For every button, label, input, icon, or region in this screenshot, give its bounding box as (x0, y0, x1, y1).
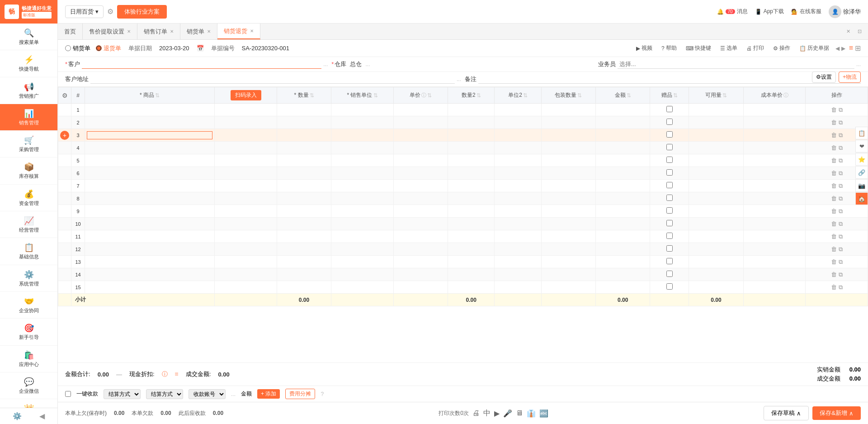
prev-record-icon[interactable]: ◀ (835, 45, 840, 52)
fee-help-icon[interactable]: ? (321, 391, 324, 397)
copy-row-13-icon[interactable]: ⧉ (839, 258, 843, 266)
next-record-icon[interactable]: ▶ (841, 45, 845, 52)
gift-checkbox-12[interactable] (666, 245, 673, 252)
tool-icon-3[interactable]: ▶ (494, 409, 500, 418)
delete-row-1-icon[interactable]: 🗑 (831, 106, 837, 114)
copy-row-8-icon[interactable]: ⧉ (839, 195, 843, 202)
fee-split-btn[interactable]: 费用分摊 (285, 389, 315, 399)
tab-close-sales-return[interactable]: ✕ (250, 29, 254, 33)
copy-row-7-icon[interactable]: ⧉ (839, 182, 843, 190)
list-view-icon[interactable]: ≡ (849, 44, 853, 52)
copy-row-4-icon[interactable]: ⧉ (839, 144, 843, 152)
tab-sales-order[interactable]: 销售订单 ✕ (137, 24, 180, 39)
scan-input-btn[interactable]: 扫码录入 (231, 90, 261, 100)
right-btn-1[interactable]: 📋 (855, 127, 868, 139)
gift-checkbox-6[interactable] (666, 169, 673, 176)
save-draft-btn[interactable]: 保存草稿 ∧ (764, 406, 809, 420)
gift-checkbox-8[interactable] (666, 195, 673, 201)
copy-row-11-icon[interactable]: ⧉ (839, 233, 843, 240)
gift-checkbox-10[interactable] (666, 220, 673, 226)
sidebar-item-appstore[interactable]: 🛍️ 应用中心 (0, 346, 57, 372)
notification-btn[interactable]: 🔔 70 消息 (717, 8, 748, 15)
copy-row-6-icon[interactable]: ⧉ (839, 170, 843, 177)
sort-amount-icon[interactable]: ⇅ (627, 92, 631, 99)
gift-checkbox-13[interactable] (666, 258, 673, 264)
operate-btn[interactable]: ⚙ 操作 (770, 43, 793, 53)
gift-checkbox-2[interactable] (666, 119, 673, 125)
gift-checkbox-7[interactable] (666, 182, 673, 188)
history-btn[interactable]: 📋 历史单据 (797, 43, 832, 53)
tip-costunit-icon[interactable]: ⓘ (783, 92, 788, 99)
settlement-method-select[interactable]: 结算方式 (104, 389, 141, 399)
salesperson-dots[interactable]: ... (856, 61, 861, 67)
account-dots[interactable]: ... (231, 391, 236, 397)
calendar-icon[interactable]: 📅 (197, 45, 204, 52)
tab-home[interactable]: 首页 (58, 24, 83, 39)
delete-row-9-icon[interactable]: 🗑 (831, 208, 837, 215)
sort-product-icon[interactable]: ⇅ (155, 92, 160, 99)
collapse-icon[interactable]: ◀ (39, 412, 45, 420)
settings-gear-icon[interactable]: ⚙ (107, 7, 113, 16)
gift-checkbox-5[interactable] (666, 157, 673, 163)
gift-checkbox-11[interactable] (666, 233, 673, 239)
delete-row-8-icon[interactable]: 🗑 (831, 195, 837, 202)
sort-quantity-icon[interactable]: ⇅ (310, 92, 314, 99)
tool-icon-2[interactable]: 中 (483, 409, 491, 418)
settings-bottom-icon[interactable]: ⚙️ (13, 412, 22, 420)
copy-row-15-icon[interactable]: ⧉ (839, 284, 843, 291)
delete-row-13-icon[interactable]: 🗑 (831, 258, 837, 266)
window-close-btn[interactable]: ✕ (844, 28, 853, 35)
right-btn-5[interactable]: 📷 (855, 179, 868, 192)
copy-row-9-icon[interactable]: ⧉ (839, 208, 843, 215)
video-btn[interactable]: ▶ 视频 (633, 43, 655, 53)
calculation-method-select[interactable]: 结算方式 (146, 389, 183, 399)
form-settings-btn[interactable]: ⚙设置 (812, 71, 836, 83)
right-btn-6[interactable]: 🏠 (855, 192, 868, 205)
product-input-3[interactable] (87, 131, 212, 139)
radio-delivery-input[interactable] (65, 45, 71, 51)
sort-unitprice-icon[interactable]: ⇅ (427, 92, 432, 99)
sidebar-item-wechat[interactable]: 💬 企业微信 (0, 372, 57, 399)
copy-row-5-icon[interactable]: ⧉ (839, 157, 843, 164)
sidebar-item-member[interactable]: 👑 畅会员 (0, 399, 57, 408)
gift-checkbox-15[interactable] (666, 283, 673, 290)
delete-row-11-icon[interactable]: 🗑 (831, 233, 837, 240)
delete-row-5-icon[interactable]: 🗑 (831, 157, 837, 164)
copy-row-14-icon[interactable]: ⧉ (839, 271, 843, 278)
help-btn[interactable]: ? 帮助 (659, 43, 679, 53)
sidebar-item-system[interactable]: ⚙️ 系统管理 (0, 265, 57, 292)
column-settings-icon[interactable]: ⚙ (62, 92, 68, 99)
sidebar-item-inventory[interactable]: 📦 库存核算 (0, 157, 57, 184)
salesperson-input[interactable] (618, 60, 854, 69)
add-row-btn[interactable]: + (60, 131, 69, 140)
window-maximize-btn[interactable]: ⊡ (855, 28, 864, 35)
tool-icon-5[interactable]: 🖥 (516, 409, 523, 417)
sidebar-item-operation[interactable]: 📈 经营管理 (0, 211, 57, 238)
user-profile-btn[interactable]: 👤 徐泽华 (829, 5, 861, 18)
right-btn-2[interactable]: ❤ (855, 140, 868, 152)
tool-icon-4[interactable]: 🎤 (503, 409, 512, 418)
radio-return[interactable]: 退货单 (96, 44, 121, 52)
account-select[interactable]: 收款账号 (189, 389, 226, 399)
sort-gift-icon[interactable]: ⇅ (673, 92, 678, 99)
address-dots[interactable]: ... (457, 76, 461, 82)
sort-unit2-icon[interactable]: ⇅ (523, 92, 528, 99)
select-btn[interactable]: ☰ 选单 (717, 43, 740, 53)
tab-price-settings[interactable]: 售价提取设置 ✕ (83, 24, 137, 39)
one-click-payment-checkbox[interactable] (65, 391, 71, 397)
gift-checkbox-14[interactable] (666, 271, 673, 277)
tab-close-sales-order[interactable]: ✕ (170, 29, 174, 34)
savenew-chevron-icon[interactable]: ∧ (849, 410, 854, 417)
sidebar-item-marketing[interactable]: 📢 营销推广 (0, 77, 57, 104)
sort-packqty-icon[interactable]: ⇅ (577, 92, 582, 99)
grid-view-icon[interactable]: ⊞ (855, 44, 861, 52)
copy-row-3-icon[interactable]: ⧉ (839, 132, 843, 139)
remark-input[interactable] (478, 75, 861, 84)
gift-checkbox-9[interactable] (666, 207, 673, 214)
shortcut-btn[interactable]: ⌨ 快捷键 (683, 43, 714, 53)
right-btn-3[interactable]: ⭐ (855, 153, 868, 166)
sidebar-item-guide[interactable]: 🎯 新手引导 (0, 319, 57, 345)
sidebar-item-purchase[interactable]: 🛒 采购管理 (0, 131, 57, 157)
form-logistics-btn[interactable]: +物流 (839, 71, 861, 83)
app-download-btn[interactable]: 📱 App下载 (755, 8, 784, 15)
